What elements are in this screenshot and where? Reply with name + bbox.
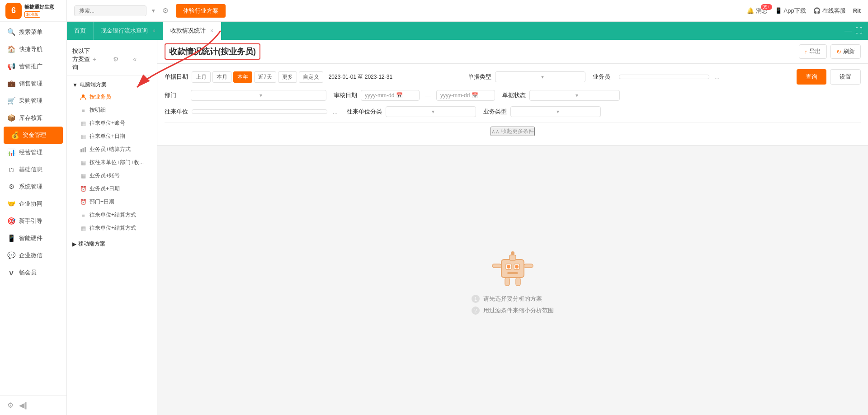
collapse-button[interactable]: ∧∧ 收起更多条件 (491, 127, 535, 136)
salesperson-dots[interactable]: ... (715, 74, 720, 80)
settings-button[interactable]: 设置 (830, 69, 861, 85)
query-button[interactable]: 查询 (797, 69, 826, 85)
sidebar-item-search[interactable]: 🔍 搜索菜单 (0, 24, 66, 41)
empty-steps: 1 请先选择要分析的方案 2 用过滤条件来缩小分析范围 (472, 295, 554, 315)
message-button[interactable]: 🔔 消息 99+ (747, 7, 768, 15)
export-label: 导出 (809, 47, 821, 56)
sidebar-item-operations[interactable]: 📊 经营管理 (0, 144, 66, 161)
tab-bank-flow[interactable]: 现金银行流水查询 × (94, 22, 163, 40)
topbar-right: 🔔 消息 99+ 📱 App下载 🎧 在线客服 Rit (747, 7, 861, 15)
date-btn-custom[interactable]: 自定义 (299, 71, 323, 83)
sidebar-item-member[interactable]: V 畅会员 (0, 264, 66, 281)
dept-chevron: ▾ (259, 92, 322, 99)
user-menu[interactable]: Rit (853, 7, 861, 14)
scheme-item-salesperson-account[interactable]: ▦ 业务员+账号 (67, 169, 157, 182)
scheme-item-salesperson-date[interactable]: ⏰ 业务员+日期 (67, 182, 157, 195)
scheme-item-by-salesperson[interactable]: 按业务员 (67, 90, 157, 104)
right-panel: 收款情况统计(按业务员) ↑ 导出 ↻ 刷新 单据日 (157, 40, 868, 415)
audit-date-to[interactable]: yyyy-mm-dd 📅 (436, 90, 495, 101)
biz-type-select[interactable]: ▾ (510, 106, 601, 117)
chat-icon: 💬 (7, 251, 15, 259)
scheme-item-partner-payment2[interactable]: ▦ 往来单位+结算方式 (67, 222, 157, 235)
sidebar-item-marketing[interactable]: 📢 营销推广 (0, 58, 66, 75)
left-panel-header: 按以下方案查询 + ⚙ « (67, 43, 157, 75)
sidebar-item-quick-nav[interactable]: 🏠 快捷导航 (0, 41, 66, 58)
filter-area: 单据日期 上月 本月 本年 近7天 更多 自定义 2023-01-01 至 20… (157, 64, 868, 146)
collapse-icon[interactable]: ◀∥ (19, 401, 28, 410)
grid-icon2: ▦ (80, 133, 87, 140)
partner-cat-select[interactable]: ▾ (386, 106, 476, 117)
grid-icon: ▦ (80, 120, 87, 127)
refresh-button[interactable]: ↻ 刷新 (830, 44, 861, 59)
online-service-button[interactable]: 🎧 在线客服 (813, 7, 846, 15)
filter-partner: 往来单位 ... (165, 108, 340, 116)
scheme-item-salesperson-payment[interactable]: 业务员+结算方式 (67, 143, 157, 156)
date-btn-last-month[interactable]: 上月 (192, 71, 211, 83)
sidebar-item-sales[interactable]: 💼 销售管理 (0, 75, 66, 92)
mobile-scheme-title[interactable]: ▶ 移动端方案 (67, 238, 157, 250)
folder-icon: 🗂 (7, 165, 15, 174)
sidebar-item-smart-hw[interactable]: 📱 智能硬件 (0, 230, 66, 247)
date-range-text: 2023-01-01 至 2023-12-31 (329, 73, 392, 81)
svg-rect-12 (492, 264, 501, 268)
add-scheme-icon[interactable]: + (93, 56, 111, 63)
scheme-item-label: 按业务员 (90, 93, 111, 101)
svg-rect-14 (505, 278, 509, 286)
sidebar-item-enterprise[interactable]: 🤝 企业协同 (0, 195, 66, 212)
app-download-button[interactable]: 📱 App下载 (775, 7, 806, 15)
doc-type-chevron: ▾ (541, 74, 581, 80)
tab-close-bank-flow[interactable]: × (152, 28, 156, 34)
topbar: ▾ ⚙ 体验行业方案 🔔 消息 99+ 📱 App下载 🎧 在线客服 Rit (67, 0, 868, 22)
scheme-item-dept-date[interactable]: ⏰ 部门+日期 (67, 195, 157, 208)
filter-doc-type: 单据类型 ▾ (468, 71, 585, 82)
scheme-item-partner-account[interactable]: ▦ 往来单位+账号 (67, 117, 157, 130)
window-maximize-icon[interactable]: ⛶ (855, 27, 863, 35)
sidebar-item-inventory[interactable]: 📦 库存核算 (0, 109, 66, 127)
empty-robot-illustration (490, 246, 535, 291)
topbar-chevron-icon[interactable]: ▾ (152, 7, 155, 14)
sidebar-item-label: 基础信息 (19, 165, 42, 174)
sidebar-item-finance[interactable]: 💰 资金管理 (4, 127, 63, 144)
sidebar-item-purchase[interactable]: 🛒 采购管理 (0, 92, 66, 109)
scheme-item-label: 业务员+账号 (90, 172, 120, 179)
collapse-panel-icon[interactable]: « (133, 56, 151, 63)
gear-icon: ⚙ (7, 183, 15, 191)
desktop-scheme-title[interactable]: ▼ 电脑端方案 (67, 79, 157, 90)
partner-dots[interactable]: ... (333, 108, 338, 115)
scheme-item-partner-payment1[interactable]: ≡ 往来单位+结算方式 (67, 208, 157, 222)
tab-home[interactable]: 首页 (67, 22, 94, 40)
window-minimize-icon[interactable]: — (844, 27, 852, 35)
sidebar-item-weixin[interactable]: 💬 企业微信 (0, 247, 66, 264)
salesperson-label: 业务员 (593, 73, 615, 81)
sidebar-item-basic-info[interactable]: 🗂 基础信息 (0, 161, 66, 178)
sidebar-item-label: 企业协同 (19, 200, 42, 208)
dept-select[interactable]: ▾ (191, 90, 326, 101)
sidebar-item-sys-mgmt[interactable]: ⚙ 系统管理 (0, 178, 66, 195)
date-btn-this-year[interactable]: 本年 (233, 71, 252, 83)
scheme-item-partner-date[interactable]: ▦ 往来单位+日期 (67, 130, 157, 143)
partner-select[interactable] (192, 109, 327, 114)
salesperson-select[interactable] (619, 75, 709, 79)
topbar-gear-icon[interactable]: ⚙ (162, 6, 169, 15)
svg-rect-2 (83, 148, 84, 152)
export-button[interactable]: ↑ 导出 (799, 44, 827, 59)
biz-type-label: 业务类型 (483, 108, 507, 116)
scheme-item-by-detail[interactable]: ≡ 按明细 (67, 104, 157, 117)
tab-close-collection-stats[interactable]: × (210, 28, 213, 34)
tab-collection-stats[interactable]: 收款情况统计 × (163, 22, 221, 40)
scheme-item-partner-dept[interactable]: ▦ 按往来单位+部门+收... (67, 156, 157, 169)
search-input[interactable] (74, 5, 146, 16)
doc-type-select[interactable]: ▾ (495, 71, 585, 82)
sidebar-item-label: 营销推广 (19, 62, 42, 71)
date-btn-this-month[interactable]: 本月 (212, 71, 231, 83)
scheme-settings-icon[interactable]: ⚙ (113, 56, 132, 63)
date-btn-last-7[interactable]: 近7天 (254, 71, 276, 83)
trial-button[interactable]: 体验行业方案 (176, 4, 226, 18)
date-btn-more[interactable]: 更多 (278, 71, 297, 83)
sidebar-item-label: 销售管理 (19, 80, 42, 88)
sidebar-item-guide[interactable]: 🎯 新手引导 (0, 212, 66, 230)
settings-bottom-icon[interactable]: ⚙ (7, 401, 14, 410)
doc-status-select[interactable]: ▾ (529, 90, 620, 101)
audit-date-from[interactable]: yyyy-mm-dd 📅 (361, 90, 420, 101)
finance-icon: 💰 (11, 131, 19, 139)
